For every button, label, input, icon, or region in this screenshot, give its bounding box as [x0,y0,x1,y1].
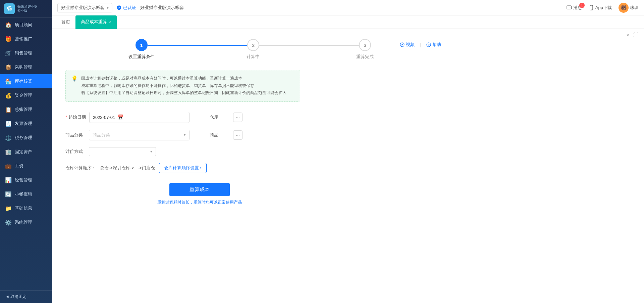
form-item-warehouse: 仓库 ··· [210,113,334,122]
tab-cost-recalc[interactable]: 商品成本重算 × [75,15,117,29]
finance-icon: 💰 [5,92,11,98]
sidebar-item-inventory[interactable]: 🏪 库存核算 [0,74,52,88]
goods-select[interactable]: ··· [233,130,243,140]
sidebar-item-system[interactable]: ⚙️ 系统管理 [0,215,52,229]
play-icon [400,42,405,47]
system-icon: ⚙️ [5,219,11,225]
sales-icon: 🛒 [5,50,11,56]
sidebar-item-salary[interactable]: 💼 工资 [0,159,52,173]
company-selector[interactable]: 好业财专业版演示帐套 ▾ [57,3,112,12]
message-badge: 1 [579,3,585,8]
marketing-icon: 🎁 [5,36,11,42]
tab-close-icon[interactable]: × [109,19,111,24]
sidebar-item-tax[interactable]: ⚖️ 税务管理 [0,131,52,145]
sidebar-item-accounting[interactable]: 📋 总账管理 [0,102,52,117]
sidebar-pin-toggle[interactable]: ◄ 取消固定 [0,290,52,303]
company-selector-chevron: ▾ [107,5,109,10]
step-3-circle: 3 [359,39,371,51]
window-controls: × ⛶ [626,32,639,38]
form-item-goods: 商品 ··· [210,130,334,140]
step-2: 2 计算中 [197,39,309,60]
step-2-label: 计算中 [247,54,260,60]
recalc-hint: 重算过程耗时较长，重算时您可以正常使用产品 [157,200,242,205]
form-row-1: 起始日期 2022-07-01 📅 仓库 ··· [65,112,334,123]
warehouse-label: 仓库 [210,114,230,120]
step-1-circle: 1 [136,39,148,51]
step-1: 1 设置重算条件 [86,39,197,60]
svg-marker-4 [401,44,403,46]
sidebar-item-expense[interactable]: 🔄 小畅报销 [0,187,52,201]
basic-icon: 📁 [5,205,11,211]
sidebar-item-purchase[interactable]: 📦 采购管理 [0,60,52,74]
svg-rect-0 [567,6,572,9]
calendar-icon[interactable]: 📅 [117,114,124,121]
sidebar-logo: 畅 畅康通好业财 专业版 [0,0,52,18]
start-date-input[interactable]: 2022-07-01 📅 [89,112,190,123]
form-row-2: 商品分类 商品分类 ▾ 商品 ··· [65,130,334,140]
recalc-button[interactable]: 重算成本 [169,183,230,196]
video-btn[interactable]: 视频 [400,42,415,48]
verified-badge: 已认证 [116,5,136,11]
bulb-icon: 💡 [71,75,78,82]
warehouse-select[interactable]: ··· [233,113,243,122]
page-content: 1 设置重算条件 2 计算中 3 重算完成 [52,29,454,215]
price-method-select[interactable]: ▾ [89,147,156,156]
steps-indicator: 1 设置重算条件 2 计算中 3 重算完成 [65,39,441,60]
price-method-label: 计价方式 [65,148,86,155]
recalc-section: 重算成本 重算过程耗时较长，重算时您可以正常使用产品 [65,183,334,205]
user-action[interactable]: 🐻 珠珠 [619,3,639,13]
price-method-chevron-icon: ▾ [150,149,152,154]
message-icon [567,5,572,10]
category-chevron-icon: ▾ [184,133,186,137]
expand-window-icon[interactable]: ⛶ [633,32,639,38]
fixedasset-icon: 🏢 [5,149,11,155]
sidebar-item-fixedasset[interactable]: 🏢 固定资产 [0,145,52,159]
warehouse-order-value: 总仓->深圳仓库->...->门店仓 [100,165,155,171]
step-actions: 视频 | ? 帮助 [400,42,441,48]
topbar: 好业财专业版演示帐套 ▾ 已认证 好业财专业版演示帐套 消息 1 [52,0,644,15]
tax-icon: ⚖️ [5,135,11,141]
category-label: 商品分类 [65,132,86,138]
app-download-action[interactable]: App下载 [589,5,612,11]
accounting-icon: 📋 [5,106,11,113]
notice-content: 因成本计算参数调整，或是对商品成本有疑问时，可以通过本重算功能，重新计算一遍成本… [81,75,286,97]
sidebar-item-sales[interactable]: 🛒 销售管理 [0,46,52,60]
svg-text:?: ? [428,43,430,47]
shield-icon [116,5,122,10]
logo-text: 畅康通好业财 专业版 [17,5,38,13]
topbar-right: 消息 1 App下载 🐻 珠珠 [567,3,639,13]
warehouse-order-btn[interactable]: 仓库计算顺序设置 › [159,163,207,173]
logo-icon: 畅 [4,3,15,14]
operation-icon: 📊 [5,177,11,183]
goods-label: 商品 [210,132,230,138]
sidebar-item-operation[interactable]: 📊 经营管理 [0,173,52,187]
start-date-label: 起始日期 [65,114,86,120]
svg-point-2 [591,9,592,9]
help-icon: ? [426,42,431,47]
purchase-icon: 📦 [5,64,11,70]
category-select[interactable]: 商品分类 ▾ [89,130,190,140]
sidebar-item-finance[interactable]: 💰 资金管理 [0,88,52,102]
project-icon: 🏠 [5,22,11,28]
sidebar-item-project[interactable]: 🏠 项目顾问 [0,18,52,32]
warehouse-order-label: 仓库计算顺序： [65,165,96,171]
warehouse-btn-chevron-icon: › [200,165,202,170]
salary-icon: 💼 [5,163,11,169]
sidebar-item-marketing[interactable]: 🎁 营销推广 [0,32,52,46]
avatar: 🐻 [619,3,629,13]
main-area: 好业财专业版演示帐套 ▾ 已认证 好业财专业版演示帐套 消息 1 [52,0,644,303]
tabbar: 首页 商品成本重算 × [52,15,644,29]
invoice-icon: 🧾 [5,121,11,127]
message-action[interactable]: 消息 1 [567,5,582,11]
form-item-price-method: 计价方式 ▾ [65,147,334,156]
sidebar-item-invoice[interactable]: 🧾 发票管理 [0,117,52,131]
form-section: 起始日期 2022-07-01 📅 仓库 ··· 商品分类 [65,112,334,205]
inventory-icon: 🏪 [5,78,11,84]
form-item-start-date: 起始日期 2022-07-01 📅 [65,112,190,123]
sidebar-item-basic[interactable]: 📁 基础信息 [0,201,52,215]
help-btn[interactable]: ? 帮助 [426,42,441,48]
tab-home[interactable]: 首页 [56,15,75,29]
form-row-3: 计价方式 ▾ [65,147,334,156]
close-window-icon[interactable]: × [626,32,629,38]
company-name: 好业财专业版演示帐套 [140,5,184,11]
